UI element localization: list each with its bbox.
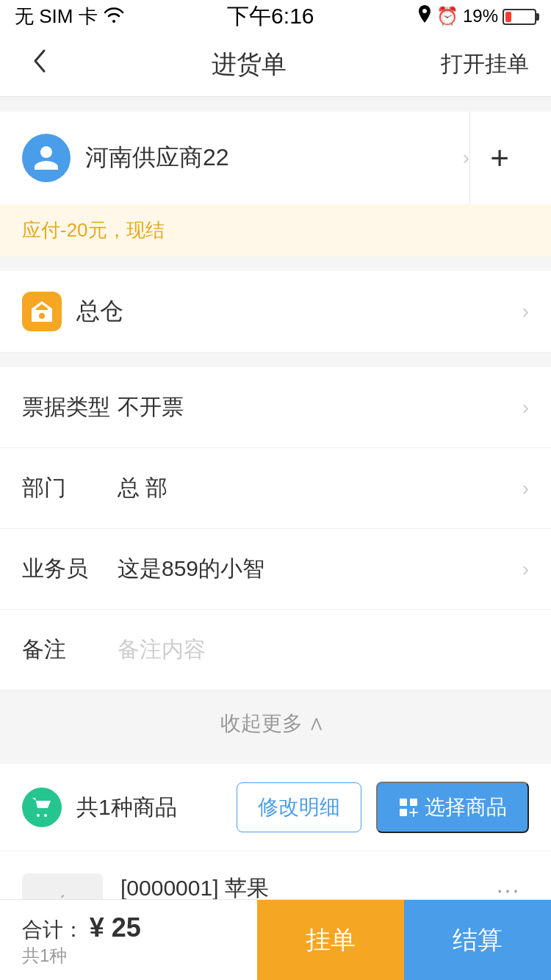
supplier-name: 河南供应商22 — [85, 142, 455, 174]
carrier-text: 无 SIM 卡 — [15, 4, 98, 29]
ticket-type-value: 不开票 — [118, 392, 515, 422]
nav-bar: 进货单 打开挂单 — [0, 32, 551, 97]
staff-value: 这是859的小智 — [118, 554, 515, 584]
alarm-icon: ⏰ — [436, 6, 458, 26]
hang-button[interactable]: 挂单 — [257, 900, 404, 980]
chevron-right-icon: › — [463, 146, 469, 170]
svg-rect-3 — [410, 799, 417, 806]
total-amount: ¥ 25 — [90, 912, 141, 943]
select-product-label: 选择商品 — [425, 793, 507, 821]
warehouse-name: 总仓 — [76, 295, 515, 328]
collapse-button[interactable]: 收起更多 ∧ — [0, 691, 551, 757]
page-title: 进货单 — [212, 48, 287, 82]
staff-row[interactable]: 业务员 这是859的小智 › — [0, 529, 551, 610]
chevron-right-icon-warehouse: › — [522, 300, 529, 323]
status-left: 无 SIM 卡 — [15, 4, 124, 29]
section-divider-3 — [0, 353, 551, 367]
select-product-button[interactable]: 选择商品 — [376, 782, 529, 833]
svg-point-0 — [37, 814, 40, 817]
wifi-icon — [104, 5, 124, 28]
svg-point-1 — [44, 814, 47, 817]
product-name-text: 苹果 — [225, 876, 269, 900]
chevron-right-icon-staff: › — [522, 558, 529, 581]
total-sub: 共1种 — [22, 944, 235, 968]
status-bar: 无 SIM 卡 下午6:16 ⏰ 19% — [0, 0, 551, 32]
section-divider-1 — [0, 97, 551, 112]
battery-percent: 19% — [463, 6, 498, 26]
add-supplier-button[interactable]: + — [470, 140, 529, 176]
svg-rect-4 — [400, 809, 407, 816]
section-divider-2 — [0, 256, 551, 271]
department-row[interactable]: 部门 总 部 › — [0, 448, 551, 529]
total-label: 合计： — [22, 918, 84, 941]
notice-bar: 应付-20元，现结 — [0, 204, 551, 256]
products-icon — [22, 788, 62, 827]
product-code: [0000001] — [120, 876, 218, 900]
remark-label: 备注 — [22, 635, 118, 665]
location-icon — [417, 5, 432, 27]
remark-input[interactable]: 备注内容 — [118, 635, 529, 665]
svg-rect-2 — [400, 799, 407, 806]
dept-label: 部门 — [22, 473, 118, 503]
collapse-label: 收起更多 ∧ — [220, 710, 325, 738]
chevron-right-icon-dept: › — [522, 477, 529, 500]
notice-text: 应付-20元，现结 — [22, 219, 165, 241]
total-section: 合计： ¥ 25 共1种 — [0, 900, 257, 980]
supplier-section: 河南供应商22 › + — [0, 112, 551, 204]
form-section: 票据类型 不开票 › 部门 总 部 › 业务员 这是859的小智 › 备注 备注… — [0, 367, 551, 691]
back-button[interactable] — [22, 37, 57, 91]
chevron-right-icon-ticket: › — [522, 396, 529, 419]
staff-label: 业务员 — [22, 554, 118, 584]
products-count: 共1种商品 — [76, 793, 222, 823]
products-header: 共1种商品 修改明细 选择商品 — [0, 764, 551, 851]
supplier-avatar — [22, 134, 71, 182]
ticket-type-row[interactable]: 票据类型 不开票 › — [0, 367, 551, 448]
battery-icon — [503, 6, 536, 26]
section-divider-4 — [0, 757, 551, 764]
open-hang-button[interactable]: 打开挂单 — [441, 49, 529, 79]
dept-value: 总 部 — [118, 473, 515, 503]
status-time: 下午6:16 — [227, 1, 314, 32]
remark-row[interactable]: 备注 备注内容 — [0, 610, 551, 691]
total-row: 合计： ¥ 25 — [22, 912, 235, 944]
edit-detail-button[interactable]: 修改明细 — [237, 782, 361, 832]
status-right: ⏰ 19% — [417, 5, 536, 27]
settle-button[interactable]: 结算 — [404, 900, 551, 980]
warehouse-icon — [22, 292, 62, 331]
supplier-row[interactable]: 河南供应商22 › — [22, 112, 470, 204]
warehouse-row[interactable]: 总仓 › — [0, 271, 551, 353]
bottom-bar: 合计： ¥ 25 共1种 挂单 结算 — [0, 899, 551, 980]
ticket-type-label: 票据类型 — [22, 392, 118, 422]
